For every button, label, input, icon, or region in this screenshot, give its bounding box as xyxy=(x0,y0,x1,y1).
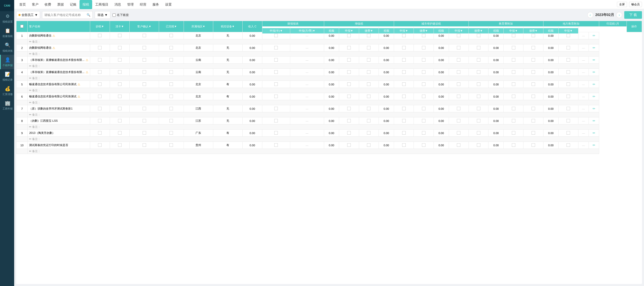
row-vat-declare[interactable] xyxy=(339,44,359,51)
row-local-declare[interactable] xyxy=(504,93,523,100)
edit-icon[interactable]: ✏ xyxy=(593,119,595,123)
row-report-month[interactable]: — xyxy=(290,142,324,149)
row-vat-declare[interactable] xyxy=(339,105,359,112)
row-paid[interactable] xyxy=(159,57,184,64)
row-chaoshui[interactable] xyxy=(90,69,110,76)
row-chaoshui[interactable] xyxy=(90,93,110,100)
row-local-pay[interactable] xyxy=(523,57,543,64)
row-city-pay[interactable] xyxy=(414,130,434,137)
row-report-year[interactable] xyxy=(262,142,290,149)
row-paid[interactable] xyxy=(159,32,184,39)
sidebar-item-geshui[interactable]: 👤 个税申报 xyxy=(0,55,14,69)
row-vat-pay[interactable] xyxy=(359,57,379,64)
row-chaoshui[interactable] xyxy=(90,57,110,64)
remark-text[interactable]: ✏ 备注： xyxy=(28,64,599,69)
row-vat-pay[interactable] xyxy=(359,93,379,100)
remark-text[interactable]: ✏ 备注： xyxy=(28,149,599,154)
row-stamp-declare[interactable] xyxy=(558,81,578,88)
row-local-pay[interactable] xyxy=(523,44,543,51)
row-report-month[interactable]: — xyxy=(290,69,324,76)
sidebar-item-gongshangnianqbao[interactable]: 🏢 工商年报 xyxy=(0,98,14,113)
row-edu-pay[interactable] xyxy=(469,142,488,149)
row-vat-declare[interactable] xyxy=(339,57,359,64)
row-report-year[interactable] xyxy=(262,81,290,88)
row-report-month[interactable]: — xyxy=(290,105,324,112)
row-edit[interactable]: ✏ xyxy=(589,57,599,64)
employee-filter-select[interactable]: 全部员工 ▼ xyxy=(16,11,40,19)
remark-text[interactable]: ✏ 备注： xyxy=(28,100,599,105)
row-qingka[interactable] xyxy=(110,105,129,112)
row-paid[interactable] xyxy=(159,130,184,137)
vip-button[interactable]: 畅会员 xyxy=(629,2,642,7)
row-edu-pay[interactable] xyxy=(469,69,488,76)
row-edu-declare[interactable] xyxy=(449,93,469,100)
row-city-pay[interactable] xyxy=(414,117,434,124)
row-vat-declare[interactable] xyxy=(339,117,359,124)
row-edu-declare[interactable] xyxy=(449,57,469,64)
row-qingka[interactable] xyxy=(110,69,129,76)
row-report-year[interactable] xyxy=(262,69,290,76)
row-city-pay[interactable] xyxy=(414,57,434,64)
row-report-month[interactable]: — xyxy=(290,81,324,88)
nav-business[interactable]: 工商项目 xyxy=(92,0,111,9)
row-qingka[interactable] xyxy=(110,57,129,64)
row-edu-declare[interactable] xyxy=(449,81,469,88)
row-paid[interactable] xyxy=(159,142,184,149)
row-local-declare[interactable] xyxy=(504,81,523,88)
row-edu-pay[interactable] xyxy=(469,117,488,124)
th-checkbox[interactable] xyxy=(16,21,28,32)
row-vat-pay[interactable] xyxy=(359,105,379,112)
row-city-declare[interactable] xyxy=(394,130,414,137)
row-qingka[interactable] xyxy=(110,32,129,39)
row-edit[interactable]: ✏ xyxy=(589,81,599,88)
row-vat-declare[interactable] xyxy=(339,93,359,100)
row-stamp-declare[interactable] xyxy=(558,69,578,76)
row-local-pay[interactable] xyxy=(523,93,543,100)
row-city-pay[interactable] xyxy=(414,93,434,100)
row-vat-pay[interactable] xyxy=(359,44,379,51)
row-edu-declare[interactable] xyxy=(449,130,469,137)
row-confirm[interactable] xyxy=(130,32,159,39)
row-edu-declare[interactable] xyxy=(449,117,469,124)
nav-fee[interactable]: 收费 xyxy=(42,0,54,9)
row-chaoshui[interactable] xyxy=(90,142,110,149)
edit-icon[interactable]: ✏ xyxy=(593,82,595,86)
row-stamp-declare[interactable] xyxy=(558,57,578,64)
prev-month-button[interactable]: ‹ xyxy=(587,12,593,18)
row-confirm[interactable] xyxy=(130,142,159,149)
row-city-pay[interactable] xyxy=(414,142,434,149)
row-confirm[interactable] xyxy=(130,69,159,76)
edit-icon[interactable]: ✏ xyxy=(593,70,595,74)
remark-text[interactable]: ✏ 备注： xyxy=(28,39,599,44)
row-edu-pay[interactable] xyxy=(469,81,488,88)
row-local-declare[interactable] xyxy=(504,105,523,112)
row-edu-pay[interactable] xyxy=(469,57,488,64)
nav-invoice[interactable]: 票据 xyxy=(54,0,67,9)
row-paid[interactable] xyxy=(159,117,184,124)
row-stamp-declare[interactable] xyxy=(558,130,578,137)
nav-manage[interactable]: 管理 xyxy=(124,0,137,9)
row-vat-pay[interactable] xyxy=(359,142,379,149)
row-city-pay[interactable] xyxy=(414,69,434,76)
row-stamp-declare[interactable] xyxy=(558,105,578,112)
nav-message[interactable]: 消息 xyxy=(111,0,124,9)
remark-text[interactable]: ✏ 备注： xyxy=(28,124,599,130)
search-input[interactable] xyxy=(44,13,86,17)
row-confirm[interactable] xyxy=(130,130,159,137)
row-chaoshui[interactable] xyxy=(90,81,110,88)
remark-text[interactable]: ✏ 备注： xyxy=(28,112,599,117)
row-report-year[interactable] xyxy=(262,44,290,51)
row-confirm[interactable] xyxy=(130,81,159,88)
row-local-pay[interactable] xyxy=(523,81,543,88)
row-paid[interactable] xyxy=(159,81,184,88)
nav-settings[interactable]: 设置 xyxy=(162,0,175,9)
row-edu-declare[interactable] xyxy=(449,44,469,51)
row-vat-pay[interactable] xyxy=(359,81,379,88)
row-local-declare[interactable] xyxy=(504,44,523,51)
row-city-declare[interactable] xyxy=(394,93,414,100)
row-edu-pay[interactable] xyxy=(469,44,488,51)
row-vat-declare[interactable] xyxy=(339,130,359,137)
row-report-month[interactable]: — xyxy=(290,44,324,51)
row-stamp-declare[interactable] xyxy=(558,93,578,100)
nav-bookkeeping[interactable]: 记账 xyxy=(67,0,80,9)
